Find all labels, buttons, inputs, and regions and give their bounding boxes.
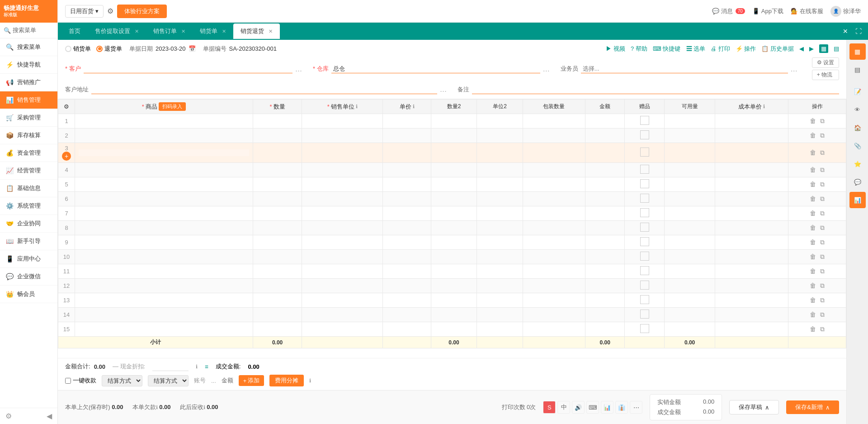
row-qty-14[interactable] — [253, 308, 302, 322]
row-cost-price-15[interactable] — [715, 322, 788, 337]
right-panel-r7[interactable]: 📊 — [849, 192, 866, 208]
row-qty2-2[interactable] — [431, 129, 477, 143]
maximize-icon[interactable]: ⛶ — [853, 27, 864, 36]
nav-next-icon[interactable]: ▶ — [809, 45, 814, 52]
number-value[interactable]: SA-20230320-001 — [229, 45, 277, 52]
row-available-6[interactable] — [664, 192, 715, 206]
right-panel-r1[interactable]: 📝 — [849, 83, 866, 100]
sidebar-item-shortcut[interactable]: ⚡ 快捷导航 — [0, 56, 57, 74]
tab-close-sales-delivery[interactable]: ✕ — [222, 29, 226, 34]
row-available-14[interactable] — [664, 308, 715, 322]
row-gift-4[interactable] — [625, 163, 664, 177]
delete-row-2[interactable]: 🗑 — [810, 132, 816, 139]
settings-col-icon[interactable]: ⚙ — [64, 103, 69, 110]
row-action-12[interactable]: 🗑 ⧉ — [788, 279, 846, 293]
copy-row-3[interactable]: ⧉ — [820, 149, 825, 156]
customer-input[interactable] — [84, 64, 292, 73]
goods-input-4[interactable] — [79, 167, 249, 173]
row-sell-unit-4[interactable] — [302, 163, 383, 177]
row-unit2-10[interactable] — [477, 250, 523, 264]
sidebar-item-member[interactable]: 👑 畅会员 — [0, 286, 57, 303]
view-list-icon[interactable]: ▦ — [819, 44, 828, 53]
row-unit-price-13[interactable] — [383, 293, 431, 308]
copy-row-5[interactable]: ⧉ — [820, 181, 825, 188]
row-cost-price-3[interactable] — [715, 143, 788, 163]
gift-checkbox-11[interactable] — [640, 266, 649, 275]
row-unit2-6[interactable] — [477, 192, 523, 206]
row-amount-12[interactable] — [585, 279, 625, 293]
row-gift-1[interactable] — [625, 114, 664, 129]
delete-row-6[interactable]: 🗑 — [810, 195, 816, 202]
tab-sales-delivery[interactable]: 销货单✕ — [193, 24, 233, 39]
row-cost-price-14[interactable] — [715, 308, 788, 322]
row-unit2-5[interactable] — [477, 177, 523, 192]
tab-close-sales-return[interactable]: ✕ — [269, 29, 273, 34]
row-qty-11[interactable] — [253, 264, 302, 279]
row-unit2-11[interactable] — [477, 264, 523, 279]
warehouse-select-icon[interactable]: ... — [543, 64, 550, 74]
row-amount-3[interactable] — [585, 143, 625, 163]
row-sell-unit-9[interactable] — [302, 235, 383, 250]
right-panel-r2[interactable]: 👁 — [849, 101, 866, 118]
goods-input-6[interactable] — [79, 195, 249, 202]
row-action-6[interactable]: 🗑 ⧉ — [788, 192, 846, 206]
right-panel-r5[interactable]: ⭐ — [849, 156, 866, 172]
row-gift-6[interactable] — [625, 192, 664, 206]
row-qty-10[interactable] — [253, 250, 302, 264]
row-action-1[interactable]: 🗑 ⧉ — [788, 114, 846, 129]
row-qty-2[interactable] — [253, 129, 302, 143]
gift-checkbox-14[interactable] — [640, 310, 649, 319]
row-unit2-3[interactable] — [477, 143, 523, 163]
gift-checkbox-7[interactable] — [640, 208, 649, 217]
delete-row-3[interactable]: 🗑 — [810, 149, 816, 156]
address-select-icon[interactable]: ... — [440, 85, 447, 94]
row-unit-price-3[interactable] — [383, 143, 431, 163]
row-cost-price-1[interactable] — [715, 114, 788, 129]
row-gift-10[interactable] — [625, 250, 664, 264]
row-goods-12[interactable] — [75, 279, 253, 293]
sidebar-item-search[interactable]: 🔍 搜索菜单 — [0, 38, 57, 56]
gift-checkbox-1[interactable] — [640, 116, 649, 125]
sidebar-item-marketing[interactable]: 📢 营销推广 — [0, 74, 57, 91]
row-sell-unit-6[interactable] — [302, 192, 383, 206]
row-qty2-7[interactable] — [431, 206, 477, 221]
customer-select-icon[interactable]: ... — [295, 64, 302, 74]
row-goods-4[interactable] — [75, 163, 253, 177]
row-goods-1[interactable] — [75, 114, 253, 129]
copy-row-1[interactable]: ⧉ — [820, 117, 825, 124]
row-action-15[interactable]: 🗑 ⧉ — [788, 322, 846, 337]
row-qty-8[interactable] — [253, 221, 302, 235]
row-unit2-2[interactable] — [477, 129, 523, 143]
help-btn[interactable]: ? 帮助 — [631, 45, 647, 53]
tab-sales-return[interactable]: 销货退货✕ — [233, 24, 280, 39]
scan-btn[interactable]: 扫码录入 — [159, 102, 186, 111]
row-unit-price-8[interactable] — [383, 221, 431, 235]
sidebar-item-operation[interactable]: 📈 经营管理 — [0, 162, 57, 180]
row-sell-unit-7[interactable] — [302, 206, 383, 221]
account-select[interactable]: 结算方式 — [148, 375, 189, 386]
row-goods-10[interactable] — [75, 250, 253, 264]
row-qty2-8[interactable] — [431, 221, 477, 235]
sidebar-item-enterprise[interactable]: 🤝 企业协同 — [0, 215, 57, 233]
row-unit-price-14[interactable] — [383, 308, 431, 322]
row-pack-qty-9[interactable] — [523, 235, 585, 250]
sidebar-item-wechat[interactable]: 💬 企业微信 — [0, 268, 57, 286]
row-goods-5[interactable] — [75, 177, 253, 192]
row-amount-10[interactable] — [585, 250, 625, 264]
gift-checkbox-6[interactable] — [640, 194, 649, 203]
row-action-13[interactable]: 🗑 ⧉ — [788, 293, 846, 308]
row-available-2[interactable] — [664, 129, 715, 143]
row-goods-9[interactable] — [75, 235, 253, 250]
row-available-7[interactable] — [664, 206, 715, 221]
toolbar-icon-key[interactable]: ⌨ — [586, 401, 599, 414]
row-cost-price-5[interactable] — [715, 177, 788, 192]
row-available-4[interactable] — [664, 163, 715, 177]
row-unit2-7[interactable] — [477, 206, 523, 221]
video-btn[interactable]: ▶ 视频 — [606, 45, 625, 53]
sidebar-item-purchase[interactable]: 🛒 采购管理 — [0, 109, 57, 127]
tab-close-sales-order[interactable]: ✕ — [181, 29, 185, 34]
row-pack-qty-11[interactable] — [523, 264, 585, 279]
row-pack-qty-7[interactable] — [523, 206, 585, 221]
app-download-item[interactable]: 📱 App下载 — [752, 7, 783, 15]
radio-return[interactable]: 退货单 — [96, 45, 122, 53]
